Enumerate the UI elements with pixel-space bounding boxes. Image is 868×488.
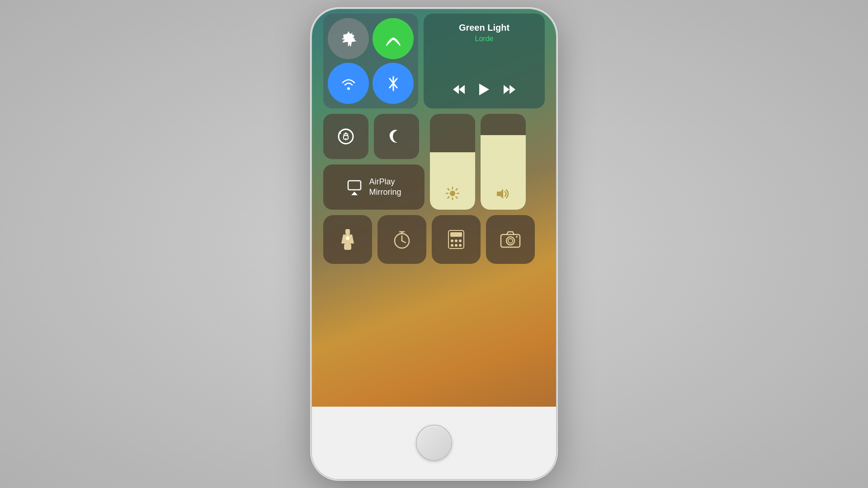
svg-line-21 bbox=[448, 197, 449, 198]
music-artist: Lorde bbox=[433, 35, 536, 43]
svg-point-2 bbox=[347, 87, 350, 90]
timer-button[interactable] bbox=[377, 215, 426, 264]
control-center: Green Light Lorde bbox=[323, 14, 545, 264]
svg-marker-6 bbox=[504, 85, 509, 94]
home-button[interactable] bbox=[416, 425, 452, 461]
airplay-label: AirPlay Mirroring bbox=[369, 177, 401, 198]
timer-icon bbox=[392, 230, 411, 249]
middle-section: AirPlay Mirroring bbox=[323, 114, 545, 210]
rewind-button[interactable] bbox=[452, 84, 466, 98]
svg-line-19 bbox=[456, 197, 458, 198]
brightness-icon bbox=[446, 187, 459, 203]
cellular-signal-icon bbox=[385, 30, 402, 47]
svg-line-18 bbox=[448, 189, 449, 190]
svg-marker-5 bbox=[479, 84, 489, 95]
bluetooth-icon bbox=[386, 75, 401, 92]
music-panel: Green Light Lorde bbox=[424, 14, 545, 108]
volume-slider[interactable] bbox=[481, 114, 526, 210]
svg-point-38 bbox=[455, 244, 458, 247]
play-button[interactable] bbox=[478, 83, 490, 99]
screen: Green Light Lorde bbox=[312, 9, 556, 407]
svg-marker-4 bbox=[459, 85, 465, 94]
moon-icon bbox=[387, 127, 406, 145]
forward-button[interactable] bbox=[503, 84, 516, 98]
iphone-body: Green Light Lorde bbox=[312, 9, 556, 479]
wifi-button[interactable] bbox=[328, 63, 369, 104]
volume-icon bbox=[496, 188, 510, 203]
bottom-bar bbox=[312, 407, 556, 479]
svg-point-26 bbox=[346, 236, 349, 240]
svg-line-20 bbox=[456, 189, 458, 190]
top-row: Green Light Lorde bbox=[323, 14, 545, 108]
svg-point-35 bbox=[455, 239, 458, 242]
scene: Green Light Lorde bbox=[0, 0, 868, 488]
cellular-data-button[interactable] bbox=[373, 18, 414, 59]
bluetooth-button[interactable] bbox=[373, 63, 414, 104]
svg-point-41 bbox=[506, 237, 514, 245]
svg-point-42 bbox=[508, 239, 513, 243]
brightness-slider[interactable] bbox=[430, 114, 475, 210]
svg-marker-7 bbox=[509, 85, 515, 94]
flashlight-icon bbox=[340, 229, 355, 250]
svg-point-13 bbox=[450, 191, 455, 196]
flashlight-button[interactable] bbox=[323, 215, 372, 264]
svg-point-43 bbox=[516, 236, 518, 238]
do-not-disturb-button[interactable] bbox=[374, 114, 419, 159]
airplane-mode-button[interactable] bbox=[328, 18, 369, 59]
rotation-lock-icon bbox=[336, 127, 356, 146]
svg-marker-12 bbox=[351, 192, 358, 195]
svg-marker-3 bbox=[453, 85, 459, 94]
svg-rect-33 bbox=[450, 232, 462, 237]
rotation-lock-button[interactable] bbox=[323, 114, 368, 159]
airplane-icon bbox=[340, 31, 357, 47]
camera-button[interactable] bbox=[486, 215, 535, 264]
airplay-icon bbox=[346, 179, 363, 195]
camera-icon bbox=[500, 231, 521, 248]
svg-rect-11 bbox=[348, 181, 361, 190]
svg-rect-23 bbox=[345, 229, 350, 235]
sliders bbox=[430, 114, 526, 210]
connectivity-panel bbox=[323, 14, 418, 108]
calculator-button[interactable] bbox=[432, 215, 481, 264]
left-column: AirPlay Mirroring bbox=[323, 114, 425, 210]
svg-rect-25 bbox=[344, 244, 351, 250]
svg-point-39 bbox=[459, 244, 462, 247]
svg-line-29 bbox=[402, 241, 406, 243]
svg-point-36 bbox=[459, 239, 462, 242]
airplay-button[interactable]: AirPlay Mirroring bbox=[323, 164, 425, 210]
svg-point-37 bbox=[451, 244, 453, 247]
svg-marker-22 bbox=[497, 189, 503, 199]
wifi-icon bbox=[340, 75, 357, 92]
calculator-icon bbox=[448, 230, 465, 249]
music-title: Green Light bbox=[433, 23, 536, 33]
music-controls bbox=[433, 83, 536, 99]
toggles-row bbox=[323, 114, 425, 159]
app-buttons-row bbox=[323, 215, 545, 264]
svg-point-34 bbox=[451, 239, 453, 242]
